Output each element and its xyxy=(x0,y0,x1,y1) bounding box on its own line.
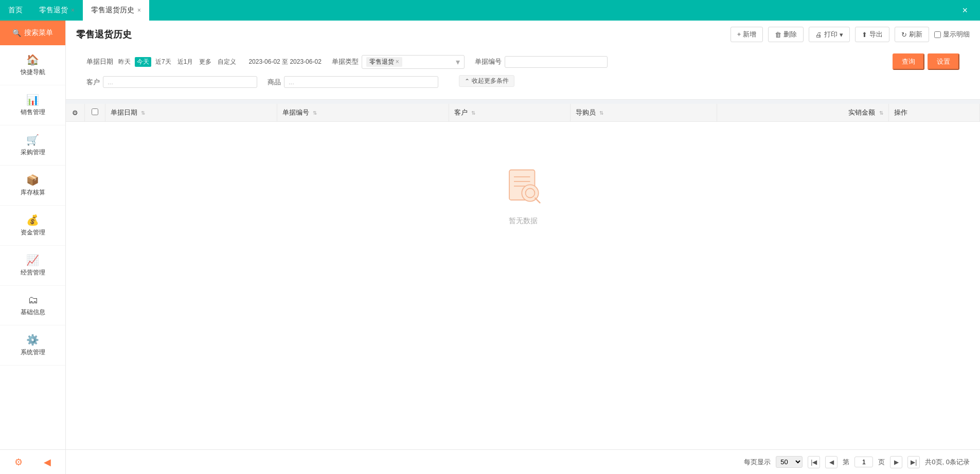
collapse-button[interactable]: ⌃ 收起更多条件 xyxy=(459,75,514,87)
sidebar-item-quicknav[interactable]: 🏠 快捷导航 xyxy=(0,45,65,85)
th-actions: 操作 xyxy=(888,104,979,122)
tab-home[interactable]: 首页 xyxy=(0,0,31,21)
doc-type-tag: 零售退货 × xyxy=(366,57,402,67)
th-guide-sort-icon: ⇅ xyxy=(599,110,603,116)
doc-type-select[interactable]: 零售退货 × ▾ xyxy=(362,55,465,69)
sidebar-item-basics-label: 基础信息 xyxy=(21,308,45,317)
page-label: 页 xyxy=(878,458,885,467)
empty-icon xyxy=(500,163,546,209)
total-info: 共0页, 0条记录 xyxy=(925,458,970,467)
th-customer[interactable]: 客户 ⇅ xyxy=(449,104,570,122)
export-button[interactable]: ⬆ 导出 xyxy=(855,27,889,42)
finance-icon: 💰 xyxy=(26,214,39,226)
date-opt-more[interactable]: 更多 xyxy=(197,57,213,67)
sidebar-settings-button[interactable]: ⚙ xyxy=(14,457,23,468)
main-content: 零售退货历史 + 新增 🗑 删除 🖨 打印 ▾ ⬆ xyxy=(66,21,980,474)
sidebar-item-basics[interactable]: 🗂 基础信息 xyxy=(0,286,65,325)
th-guide-label: 导购员 xyxy=(576,108,596,116)
search-icon: 🔍 xyxy=(12,29,21,37)
tab-retail-return-close[interactable]: × xyxy=(71,7,75,14)
operations-icon: 📈 xyxy=(26,254,39,266)
filter-row-1: 单据日期 昨天 今天 近7天 近1月 更多 自定义 2023-06-02 至 2… xyxy=(86,53,959,70)
sidebar-collapse-button[interactable]: ◀ xyxy=(44,457,51,468)
th-guide[interactable]: 导购员 ⇅ xyxy=(570,104,717,122)
basics-icon: 🗂 xyxy=(28,294,38,306)
tab-retail-return-history[interactable]: 零售退货历史 × xyxy=(83,0,149,21)
th-date-label: 单据日期 xyxy=(111,108,137,116)
page-size-select[interactable]: 10 20 50 100 xyxy=(776,456,803,468)
sales-icon: 📊 xyxy=(26,94,39,106)
collapse-button-label: 收起更多条件 xyxy=(472,77,509,85)
doc-type-tag-close[interactable]: × xyxy=(396,58,399,65)
doc-no-label: 单据编号 xyxy=(475,57,502,66)
sidebar-item-sales[interactable]: 📊 销售管理 xyxy=(0,85,65,125)
query-button[interactable]: 查询 xyxy=(893,53,924,70)
settings-button[interactable]: 设置 xyxy=(928,53,959,70)
filter-date-range: 2023-06-02 至 2023-06-02 xyxy=(248,58,321,66)
pagination-bar: 每页显示 10 20 50 100 |◀ ◀ 第 页 ▶ ▶| 共0页, 0条记… xyxy=(66,449,980,474)
sidebar: 🔍 搜索菜单 🏠 快捷导航 📊 销售管理 🛒 采购管理 📦 库存核算 💰 xyxy=(0,21,66,474)
new-button[interactable]: + 新增 xyxy=(730,27,763,42)
sidebar-item-operations[interactable]: 📈 经营管理 xyxy=(0,246,65,286)
show-detail-checkbox[interactable] xyxy=(934,31,941,38)
print-dropdown-icon: ▾ xyxy=(840,31,843,39)
sidebar-search[interactable]: 🔍 搜索菜单 xyxy=(0,21,65,45)
refresh-icon: ↻ xyxy=(901,31,907,39)
refresh-button[interactable]: ↻ 刷新 xyxy=(895,27,929,42)
empty-state: 暂无数据 xyxy=(66,122,980,267)
collapse-section: ⌃ 收起更多条件 xyxy=(459,75,514,87)
sidebar-item-finance[interactable]: 💰 资金管理 xyxy=(0,206,65,246)
prev-page-button[interactable]: ◀ xyxy=(825,456,838,468)
date-opt-custom[interactable]: 自定义 xyxy=(216,57,238,67)
th-docno[interactable]: 单据编号 ⇅ xyxy=(277,104,449,122)
export-button-label: 导出 xyxy=(869,30,883,39)
delete-button[interactable]: 🗑 删除 xyxy=(768,27,804,42)
next-page-button[interactable]: ▶ xyxy=(890,456,902,468)
date-opt-7days[interactable]: 近7天 xyxy=(153,57,173,67)
sidebar-item-finance-label: 资金管理 xyxy=(21,228,45,237)
sidebar-item-system[interactable]: ⚙️ 系统管理 xyxy=(0,325,65,366)
th-checkbox[interactable] xyxy=(84,104,105,122)
goods-input[interactable]: ... xyxy=(284,76,438,88)
customer-placeholder: ... xyxy=(108,78,113,86)
date-opt-yesterday[interactable]: 昨天 xyxy=(116,57,133,67)
print-button[interactable]: 🖨 打印 ▾ xyxy=(809,27,850,42)
th-settings[interactable]: ⚙ xyxy=(66,104,84,122)
filter-doc-no: 单据编号 xyxy=(475,56,608,68)
date-opt-today[interactable]: 今天 xyxy=(135,57,151,67)
sidebar-item-operations-label: 经营管理 xyxy=(21,268,45,277)
th-amount-sort-icon: ⇅ xyxy=(879,110,883,116)
select-all-checkbox[interactable] xyxy=(92,108,98,115)
page-actions: + 新增 🗑 删除 🖨 打印 ▾ ⬆ 导出 xyxy=(730,27,970,42)
doc-no-input[interactable] xyxy=(505,56,608,68)
goods-placeholder: ... xyxy=(289,78,294,86)
delete-icon: 🗑 xyxy=(775,31,781,39)
tab-home-label: 首页 xyxy=(8,6,23,15)
tab-retail-return-history-close[interactable]: × xyxy=(137,7,141,14)
th-amount[interactable]: 实销金额 ⇅ xyxy=(717,104,888,122)
th-amount-label: 实销金额 xyxy=(848,108,875,116)
tab-retail-return[interactable]: 零售退货 × xyxy=(31,0,83,21)
date-filter-label: 单据日期 xyxy=(86,57,113,66)
sidebar-item-inventory[interactable]: 📦 库存核算 xyxy=(0,166,65,206)
collapse-up-icon: ⌃ xyxy=(465,78,470,85)
table-container: ⚙ 单据日期 ⇅ 单据编号 ⇅ xyxy=(66,104,980,449)
show-detail-label[interactable]: 显示明细 xyxy=(934,30,970,39)
doc-type-dropdown-icon: ▾ xyxy=(456,57,460,67)
th-date[interactable]: 单据日期 ⇅ xyxy=(105,104,277,122)
main-layout: 🔍 搜索菜单 🏠 快捷导航 📊 销售管理 🛒 采购管理 📦 库存核算 💰 xyxy=(0,21,980,474)
page-number-input[interactable] xyxy=(854,457,873,467)
sidebar-item-quicknav-label: 快捷导航 xyxy=(21,68,45,77)
sidebar-item-inventory-label: 库存核算 xyxy=(21,188,45,197)
doc-type-tag-text: 零售退货 xyxy=(369,58,394,66)
window-close-button[interactable]: × xyxy=(958,5,972,16)
customer-input[interactable]: ... xyxy=(103,76,257,88)
data-table: ⚙ 单据日期 ⇅ 单据编号 ⇅ xyxy=(66,104,980,122)
last-page-button[interactable]: ▶| xyxy=(907,456,920,468)
sidebar-search-label: 搜索菜单 xyxy=(24,28,53,38)
sidebar-item-purchase[interactable]: 🛒 采购管理 xyxy=(0,125,65,166)
date-opt-1month[interactable]: 近1月 xyxy=(175,57,195,67)
tab-retail-return-history-label: 零售退货历史 xyxy=(91,6,134,15)
first-page-button[interactable]: |◀ xyxy=(808,456,820,468)
settings-icon: ⚙ xyxy=(72,109,78,117)
